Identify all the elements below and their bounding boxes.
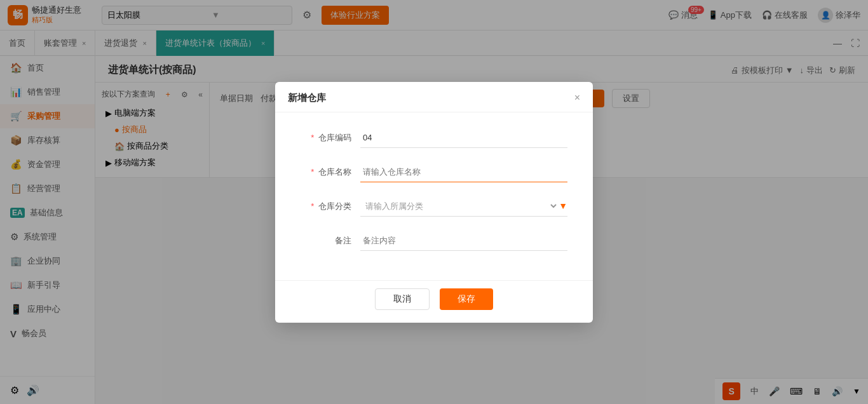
warehouse-code-input[interactable] [360, 128, 567, 148]
warehouse-category-select[interactable]: 请输入所属分类 [360, 196, 559, 216]
remark-label: 备注 [301, 235, 351, 246]
modal-header: 新增仓库 × [275, 82, 593, 112]
form-row-category: * 仓库分类 请输入所属分类 ▼ [301, 196, 567, 217]
category-dropdown-icon: ▼ [559, 201, 567, 211]
warehouse-category-label: * 仓库分类 [301, 201, 351, 212]
form-row-remark: 备注 [301, 231, 567, 251]
form-row-code: * 仓库编码 [301, 128, 567, 148]
form-row-name: * 仓库名称 [301, 162, 567, 182]
warehouse-category-select-wrapper: 请输入所属分类 ▼ [360, 196, 567, 217]
modal-body: * 仓库编码 * 仓库名称 * 仓库分类 [275, 112, 593, 280]
modal-footer: 取消 保存 [275, 280, 593, 323]
save-button[interactable]: 保存 [440, 288, 493, 310]
warehouse-name-label: * 仓库名称 [301, 166, 351, 178]
modal-title: 新增仓库 [288, 92, 326, 104]
modal-overlay[interactable]: 新增仓库 × * 仓库编码 * 仓库名称 [0, 0, 868, 404]
modal-close-button[interactable]: × [574, 92, 580, 104]
warehouse-name-input[interactable] [360, 162, 567, 182]
cancel-button[interactable]: 取消 [375, 288, 430, 310]
warehouse-modal: 新增仓库 × * 仓库编码 * 仓库名称 [275, 82, 593, 323]
remark-input[interactable] [360, 231, 567, 251]
warehouse-code-label: * 仓库编码 [301, 132, 351, 144]
